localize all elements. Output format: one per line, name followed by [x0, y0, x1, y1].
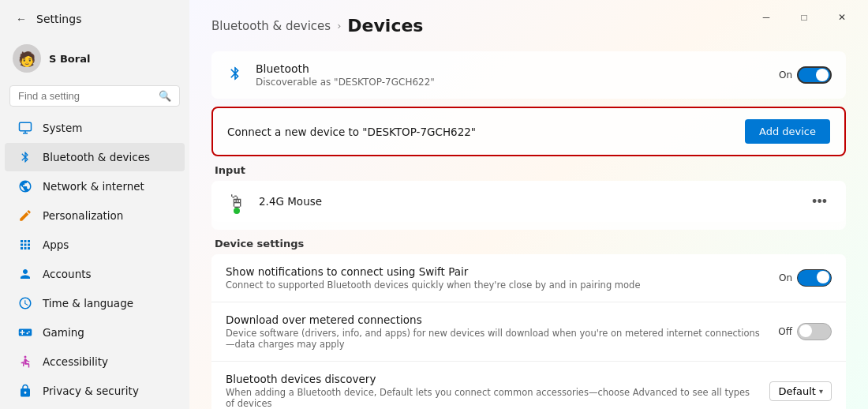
minimize-button[interactable]: ─	[748, 5, 784, 30]
svg-point-1	[24, 356, 27, 358]
sidebar-item-label: Network & internet	[43, 180, 144, 193]
select-value-discovery: Default	[778, 385, 816, 397]
settings-row-discovery: Bluetooth devices discovery When adding …	[211, 362, 846, 409]
bluetooth-title: Bluetooth	[256, 62, 768, 75]
bluetooth-icon	[17, 149, 33, 165]
bluetooth-info: Bluetooth Discoverable as "DESKTOP-7GCH6…	[256, 62, 768, 88]
settings-row-desc-metered: Device software (drivers, info, and apps…	[226, 328, 767, 350]
user-profile[interactable]: 🧑 S Boral	[0, 38, 189, 82]
sidebar-item-label: Personalization	[43, 209, 123, 222]
sidebar-item-label: Privacy & security	[43, 385, 139, 397]
settings-row-desc-discovery: When adding a Bluetooth device, Default …	[226, 387, 758, 409]
main-content: Bluetooth & devices › Devices Bluetooth …	[189, 0, 868, 409]
bluetooth-toggle-container: On	[779, 66, 832, 84]
sidebar-item-privacy[interactable]: Privacy & security	[5, 377, 185, 405]
svg-rect-0	[20, 122, 32, 131]
table-row: 🖱 2.4G Mouse •••	[211, 181, 846, 222]
sidebar-item-label: Accessibility	[43, 355, 108, 368]
add-device-button[interactable]: Add device	[745, 119, 830, 144]
sidebar-item-label: Bluetooth & devices	[43, 151, 150, 163]
apps-icon	[17, 237, 33, 253]
accounts-icon	[17, 266, 33, 282]
maximize-button[interactable]: □	[786, 5, 822, 30]
sidebar-item-system[interactable]: System	[5, 114, 185, 142]
input-devices-card: 🖱 2.4G Mouse •••	[211, 181, 846, 230]
settings-row-info-metered: Download over metered connections Device…	[226, 313, 767, 350]
settings-row-swift-pair: Show notifications to connect using Swif…	[211, 254, 846, 302]
sidebar-item-label: Accounts	[43, 268, 92, 280]
search-icon: 🔍	[159, 90, 171, 102]
add-device-text: Connect a new device to "DESKTOP-7GCH622…	[227, 126, 745, 138]
toggle-swift-pair[interactable]	[797, 269, 832, 287]
search-box[interactable]: 🔍	[9, 85, 180, 107]
sidebar-item-accessibility[interactable]: Accessibility	[5, 347, 185, 376]
nav-list: System Bluetooth & devices Network & int…	[0, 113, 189, 409]
mouse-icon-wrap: 🖱	[226, 190, 248, 212]
breadcrumb-current: Devices	[347, 16, 423, 36]
device-name: 2.4G Mouse	[259, 195, 796, 208]
bluetooth-row: Bluetooth Discoverable as "DESKTOP-7GCH6…	[211, 51, 846, 99]
input-section-label: Input	[211, 164, 846, 176]
title-bar: ─ □ ✕	[740, 0, 868, 35]
settings-row-title-swift-pair: Show notifications to connect using Swif…	[226, 265, 768, 278]
device-settings-label: Device settings	[211, 238, 846, 250]
sidebar-item-network[interactable]: Network & internet	[5, 172, 185, 201]
gaming-icon	[17, 325, 33, 340]
privacy-icon	[17, 383, 33, 399]
search-input[interactable]	[18, 90, 154, 102]
settings-row-info-discovery: Bluetooth devices discovery When adding …	[226, 373, 758, 409]
sidebar-item-accounts[interactable]: Accounts	[5, 260, 185, 288]
back-button[interactable]: ←	[13, 9, 30, 28]
close-button[interactable]: ✕	[824, 5, 860, 30]
sidebar-item-personalization[interactable]: Personalization	[5, 201, 185, 230]
accessibility-icon	[17, 354, 33, 370]
app-title: Settings	[36, 13, 81, 25]
bluetooth-icon	[226, 66, 245, 84]
sidebar-item-time[interactable]: Time & language	[5, 289, 185, 317]
settings-row-info-swift-pair: Show notifications to connect using Swif…	[226, 265, 768, 291]
bluetooth-subtitle: Discoverable as "DESKTOP-7GCH622"	[256, 77, 768, 88]
sidebar-item-label: Time & language	[43, 297, 133, 310]
avatar: 🧑	[13, 44, 41, 73]
toggle-metered[interactable]	[797, 323, 832, 340]
settings-row-title-metered: Download over metered connections	[226, 313, 767, 326]
personalization-icon	[17, 208, 33, 223]
bluetooth-card: Bluetooth Discoverable as "DESKTOP-7GCH6…	[211, 51, 846, 99]
device-status-dot	[234, 208, 240, 214]
breadcrumb-parent[interactable]: Bluetooth & devices	[211, 19, 331, 33]
add-device-row: Connect a new device to "DESKTOP-7GCH622…	[211, 107, 846, 156]
system-icon	[17, 120, 33, 136]
bluetooth-toggle-label: On	[779, 69, 792, 81]
chevron-down-icon: ▾	[819, 387, 823, 396]
device-more-button[interactable]: •••	[807, 192, 832, 212]
bluetooth-toggle[interactable]	[797, 66, 832, 84]
breadcrumb-separator: ›	[337, 20, 341, 32]
sidebar-item-apps[interactable]: Apps	[5, 231, 185, 259]
avatar-icon: 🧑	[18, 51, 36, 67]
select-control-discovery: Default ▾	[769, 381, 832, 401]
time-icon	[17, 295, 33, 311]
sidebar-item-label: Gaming	[43, 326, 84, 339]
sidebar-item-label: System	[43, 122, 82, 134]
settings-row-metered: Download over metered connections Device…	[211, 302, 846, 362]
settings-row-desc-swift-pair: Connect to supported Bluetooth devices q…	[226, 280, 768, 291]
sidebar-item-bluetooth[interactable]: Bluetooth & devices	[5, 143, 185, 171]
toggle-label-swift-pair: On	[779, 272, 792, 283]
settings-row-title-discovery: Bluetooth devices discovery	[226, 373, 758, 385]
toggle-control-metered: Off	[778, 323, 832, 340]
sidebar-item-label: Apps	[43, 238, 69, 251]
toggle-label-metered: Off	[778, 326, 792, 337]
select-discovery[interactable]: Default ▾	[769, 381, 832, 401]
sidebar-item-gaming[interactable]: Gaming	[5, 318, 185, 347]
network-icon	[17, 178, 33, 194]
sidebar-item-update[interactable]: Windows Update	[5, 406, 185, 409]
sidebar: ← Settings 🧑 S Boral 🔍 System Bluetooth …	[0, 0, 189, 409]
toggle-control-swift-pair: On	[779, 269, 832, 287]
device-settings-card: Show notifications to connect using Swif…	[211, 254, 846, 409]
sidebar-header: ← Settings	[0, 0, 189, 38]
username: S Boral	[49, 53, 90, 65]
